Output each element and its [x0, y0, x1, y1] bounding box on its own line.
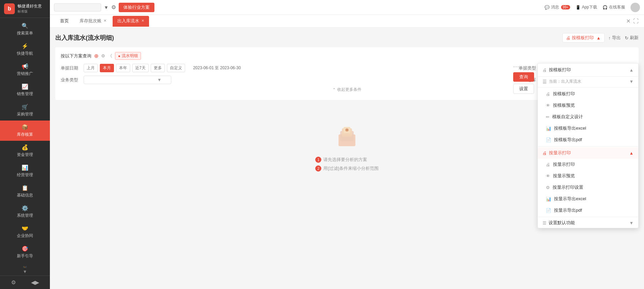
display-preview-icon: 👁 — [546, 174, 550, 179]
online-service-btn[interactable]: 🎧 在线客服 — [603, 4, 625, 10]
template-preview-icon: 👁 — [546, 103, 550, 108]
date-range-display: 2023-06-01 至 2023-06-30 — [193, 65, 241, 71]
sidebar-item-inventory[interactable]: 📦 库存核算 — [0, 121, 50, 141]
date-btn-last-month[interactable]: 上月 — [84, 64, 98, 72]
template-print-icon: 🖨 — [546, 91, 550, 97]
topbar-right: 💬 消息 99+ 📱 App下载 🎧 在线客服 — [545, 3, 640, 12]
date-btn-7days[interactable]: 近7天 — [132, 64, 149, 72]
empty-hint-1: 1 请先选择要分析的方案 — [315, 157, 378, 163]
display-section-icon: 🖨 — [543, 151, 547, 156]
dropdown-display-preview[interactable]: 👁 按显示预览 — [538, 170, 638, 182]
tab-expand-icon[interactable]: ⛶ — [633, 18, 639, 24]
sidebar-item-sales[interactable]: 📈 销售管理 — [0, 80, 50, 100]
sidebar-item-cooperation[interactable]: 🤝 企业协同 — [0, 222, 50, 242]
logo-sub: 标准版 — [18, 9, 42, 14]
current-template-item[interactable]: ☰ 当前：出入库流水 ▼ — [538, 77, 638, 86]
more-options-btn[interactable]: ··· — [513, 63, 534, 70]
display-settings-icon: ⚙ — [546, 185, 550, 190]
dropdown-template-export-excel[interactable]: 📊 按模板导出excel — [538, 123, 638, 134]
template-customize-icon: ✏ — [546, 114, 550, 120]
topbar-search-input[interactable] — [54, 3, 101, 11]
page-header: 出入库流水(流水明细) 🖨 按模板打印 ▲ ↑ 导出 ↻ 刷新 — [55, 33, 639, 43]
tab-batch-account-close[interactable]: ✕ — [104, 19, 107, 23]
filter-label: 按以下方案查询 — [61, 53, 91, 59]
finance-icon: 💰 — [22, 144, 28, 151]
display-section-arrow: ▲ — [629, 151, 634, 156]
page-title: 出入库流水(流水明细) — [55, 34, 114, 42]
sidebar-bottom: ⚙ ◀▶ — [0, 275, 50, 289]
dropdown-display-export-pdf[interactable]: 📄 按显示导出pdf — [538, 205, 638, 216]
template-excel-icon: 📊 — [546, 126, 551, 131]
topbar-gear-icon[interactable]: ⚙ — [111, 4, 116, 10]
tab-home[interactable]: 首页 — [55, 16, 74, 27]
sidebar-collapse-btn[interactable]: ◀▶ — [31, 279, 39, 286]
filter-collapse-btn[interactable]: 《 — [108, 53, 112, 59]
empty-illustration — [333, 124, 360, 151]
filter-tag-icon: ● — [118, 54, 120, 58]
topbar: ▼ ⚙ 体验行业方案 💬 消息 99+ 📱 App下载 🎧 在线客服 — [50, 0, 644, 15]
query-button[interactable]: 查询 — [513, 72, 534, 82]
empty-hints: 1 请先选择要分析的方案 2 用[过滤]条件来缩小分析范围 — [315, 157, 378, 174]
dropdown-template-print[interactable]: 🖨 按模板打印 — [538, 88, 638, 100]
basic-info-icon: 📋 — [22, 185, 28, 191]
chevron-up-icon: ⌃ — [332, 87, 336, 92]
settings-button[interactable]: 设置 — [513, 84, 534, 94]
sidebar-item-guide[interactable]: 🎯 新手引导 — [0, 242, 50, 262]
sidebar-nav: 🔍 搜索菜单 ⚡ 快捷导航 📢 营销推广 📈 销售管理 🛒 采购管理 📦 库存核… — [0, 18, 50, 268]
sidebar-item-finance[interactable]: 💰 资金管理 — [0, 141, 50, 161]
sidebar-settings-btn[interactable]: ⚙ — [11, 279, 16, 286]
dropdown-template-preview[interactable]: 👁 按模板预览 — [538, 100, 638, 111]
dropdown-template-customize[interactable]: ✏ 模板自定义设计 — [538, 111, 638, 123]
date-btn-this-year[interactable]: 本年 — [116, 64, 130, 72]
date-filter: 上月 本月 本年 近7天 更多 自定义 — [84, 64, 185, 72]
refresh-btn[interactable]: ↻ 刷新 — [625, 35, 639, 41]
tab-flow[interactable]: 出入库流水 ✕ — [113, 16, 149, 27]
export-icon: ↑ — [609, 35, 611, 41]
tab-close-all-icon[interactable]: ✕ — [626, 18, 631, 24]
business-type-select[interactable]: ▼ — [84, 76, 171, 84]
sidebar-item-search[interactable]: 🔍 搜索菜单 — [0, 19, 50, 40]
date-btn-this-month[interactable]: 本月 — [100, 64, 114, 72]
date-btn-custom[interactable]: 自定义 — [167, 64, 185, 72]
sidebar-scroll-down[interactable]: ▼ — [0, 268, 50, 275]
tabbar: 首页 库存批次账 ✕ 出入库流水 ✕ ✕ ⛶ — [50, 15, 644, 28]
sales-icon: 📈 — [22, 83, 28, 90]
filter-add-btn[interactable]: ⊕ — [94, 53, 98, 59]
page-actions: 🖨 按模板打印 ▲ ↑ 导出 ↻ 刷新 — [562, 33, 639, 43]
topbar-dropdown-arrow[interactable]: ▼ — [104, 5, 109, 10]
dropdown-collapse-arrow[interactable]: ▲ — [629, 68, 634, 73]
date-btn-more[interactable]: 更多 — [151, 64, 165, 72]
export-btn[interactable]: ↑ 导出 — [609, 35, 621, 41]
sidebar-item-marketing[interactable]: 📢 营销推广 — [0, 60, 50, 80]
dropdown-display-settings[interactable]: ⚙ 按显示打印设置 — [538, 182, 638, 193]
template-list-icon: ☰ — [543, 79, 547, 84]
sidebar-item-system[interactable]: ⚙️ 系统管理 — [0, 202, 50, 222]
print-dropdown-panel: 🖨 按模板打印 ▲ ☰ 当前：出入库流水 ▼ 🖨 按模板打印 👁 — [537, 63, 639, 228]
display-excel-icon: 📊 — [546, 196, 551, 202]
user-avatar[interactable] — [631, 3, 640, 12]
topbar-left: ▼ ⚙ 体验行业方案 — [54, 3, 541, 12]
side-buttons: ··· 查询 设置 — [513, 63, 534, 94]
page-content: 出入库流水(流水明细) 🖨 按模板打印 ▲ ↑ 导出 ↻ 刷新 — [50, 28, 644, 289]
tab-flow-close[interactable]: ✕ — [141, 19, 144, 23]
marketing-icon: 📢 — [22, 63, 28, 70]
display-section-header[interactable]: 🖨 按显示打印 ▲ — [538, 147, 638, 159]
tab-batch-account[interactable]: 库存批次账 ✕ — [75, 16, 111, 27]
business-type-label: 业务类型 — [61, 77, 78, 83]
dropdown-display-export-excel[interactable]: 📊 按显示导出excel — [538, 193, 638, 205]
dropdown-display-print[interactable]: 🖨 按显示打印 — [538, 159, 638, 170]
sidebar-item-quick-nav[interactable]: ⚡ 快捷导航 — [0, 40, 50, 60]
dropdown-default-function[interactable]: ☰ 设置默认功能 ▼ — [538, 218, 638, 228]
sidebar-item-app-center[interactable]: 📱 应用中心 — [0, 262, 50, 268]
filter-setting-btn[interactable]: ⚙ — [101, 53, 105, 58]
sidebar-item-purchase[interactable]: 🛒 采购管理 — [0, 100, 50, 121]
print-template-btn[interactable]: 🖨 按模板打印 ▲ — [562, 33, 605, 43]
app-download-btn[interactable]: 📱 App下载 — [576, 4, 597, 10]
system-icon: ⚙️ — [22, 205, 28, 211]
mobile-icon: 📱 — [576, 5, 581, 10]
sidebar-item-basic-info[interactable]: 📋 基础信息 — [0, 181, 50, 202]
notification-btn[interactable]: 💬 消息 99+ — [545, 4, 570, 10]
dropdown-template-export-pdf[interactable]: 📄 按模板导出pdf — [538, 134, 638, 146]
industry-btn[interactable]: 体验行业方案 — [119, 3, 154, 12]
sidebar-item-operations[interactable]: 📊 经营管理 — [0, 161, 50, 181]
